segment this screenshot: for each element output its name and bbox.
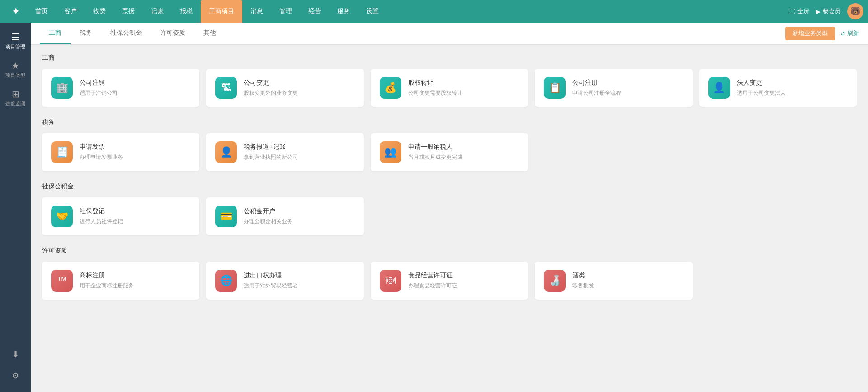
nav-item-经营[interactable]: 经营 xyxy=(300,0,329,23)
card-title: 进出口权办理 xyxy=(244,272,298,280)
sidebar-label: 进度监测 xyxy=(5,100,25,107)
card-icon-法人变更: 👤 xyxy=(708,77,730,99)
card-text-进出口权办理: 进出口权办理 适用于对外贸易经营者 xyxy=(244,272,298,290)
nav-item-消息[interactable]: 消息 xyxy=(242,0,271,23)
card-社保登记[interactable]: 🤝 社保登记 进行人员社保登记 xyxy=(42,197,199,235)
tabs-container: 工商税务社保公积金许可资质其他 xyxy=(40,23,225,44)
add-business-type-button[interactable]: 新增业务类型 xyxy=(785,27,835,40)
card-icon-公司变更: 🏗 xyxy=(215,77,237,99)
card-text-股权转让: 股权转让 公司变更需要股权转让 xyxy=(408,79,462,97)
card-desc: 进行人员社保登记 xyxy=(80,218,123,225)
card-申请一般纳税人[interactable]: 👥 申请一般纳税人 当月或次月成变更完成 xyxy=(371,133,528,171)
card-icon-公司注册: 📋 xyxy=(544,77,566,99)
card-icon-申请发票: 🧾 xyxy=(51,141,73,163)
section-title-工商: 工商 xyxy=(42,54,857,62)
card-desc: 用于企业商标注册服务 xyxy=(80,282,134,290)
card-text-公司注册: 公司注册 申请公司注册全流程 xyxy=(572,79,621,97)
cards-grid-许可资质: ™ 商标注册 用于企业商标注册服务 🌐 进出口权办理 适用于对外贸易经营者 🍽 … xyxy=(42,262,857,300)
card-title: 公积金开户 xyxy=(244,207,292,215)
vip-button[interactable]: ▶ 畅会员 xyxy=(816,7,840,15)
card-icon-进出口权办理: 🌐 xyxy=(215,270,237,292)
nav-item-首页[interactable]: 首页 xyxy=(27,0,56,23)
card-商标注册[interactable]: ™ 商标注册 用于企业商标注册服务 xyxy=(42,262,199,300)
card-酒类[interactable]: 🍶 酒类 零售批发 xyxy=(535,262,692,300)
tab-其他[interactable]: 其他 xyxy=(194,23,225,44)
fullscreen-label: 全屏 xyxy=(797,7,809,15)
card-text-税务报道+记账: 税务报道+记账 拿到营业执照的新公司 xyxy=(244,143,298,161)
card-desc: 零售批发 xyxy=(572,282,594,290)
card-icon-酒类: 🍶 xyxy=(544,270,566,292)
refresh-button[interactable]: ↺ 刷新 xyxy=(840,29,859,38)
sidebar-icon: ☰ xyxy=(11,33,19,42)
card-icon-公积金开户: 💳 xyxy=(215,206,237,227)
card-title: 法人变更 xyxy=(737,79,786,87)
card-进出口权办理[interactable]: 🌐 进出口权办理 适用于对外贸易经营者 xyxy=(206,262,363,300)
tab-bar: 工商税务社保公积金许可资质其他 新增业务类型 ↺ 刷新 xyxy=(31,23,868,45)
section-title-税务: 税务 xyxy=(42,118,857,126)
section-title-许可资质: 许可资质 xyxy=(42,247,857,255)
card-desc: 股权变更外的业务变更 xyxy=(244,89,298,97)
tab-工商[interactable]: 工商 xyxy=(40,23,71,44)
card-公司变更[interactable]: 🏗 公司变更 股权变更外的业务变更 xyxy=(206,69,363,107)
nav-item-收费[interactable]: 收费 xyxy=(85,0,114,23)
card-title: 税务报道+记账 xyxy=(244,143,298,151)
card-text-申请发票: 申请发票 办理申请发票业务 xyxy=(80,143,123,161)
card-股权转让[interactable]: 💰 股权转让 公司变更需要股权转让 xyxy=(371,69,528,107)
sidebar-item-项目类型[interactable]: ★项目类型 xyxy=(0,56,31,84)
fullscreen-button[interactable]: ⛶ 全屏 xyxy=(789,7,809,15)
user-avatar[interactable]: 🐻 xyxy=(847,3,863,19)
vip-label: 畅会员 xyxy=(823,7,840,15)
sidebar-item-进度监测[interactable]: ⊞进度监测 xyxy=(0,84,31,113)
sidebar-icon: ⊞ xyxy=(12,90,19,99)
nav-item-报税[interactable]: 报税 xyxy=(172,0,201,23)
card-desc: 公司变更需要股权转让 xyxy=(408,89,462,97)
nav-item-管理[interactable]: 管理 xyxy=(271,0,300,23)
content-area: 工商税务社保公积金许可资质其他 新增业务类型 ↺ 刷新 工商 🏢 公司注销 适用… xyxy=(31,23,868,392)
tab-税务[interactable]: 税务 xyxy=(71,23,101,44)
nav-item-票据[interactable]: 票据 xyxy=(114,0,143,23)
card-text-公司变更: 公司变更 股权变更外的业务变更 xyxy=(244,79,298,97)
sidebar: ☰项目管理★项目类型⊞进度监测⬇⚙ xyxy=(0,23,31,392)
card-icon-申请一般纳税人: 👥 xyxy=(380,141,401,163)
card-法人变更[interactable]: 👤 法人变更 适用于公司变更法人 xyxy=(699,69,857,107)
nav-item-工商项目[interactable]: 工商项目 xyxy=(201,0,242,23)
card-desc: 办理申请发票业务 xyxy=(80,153,123,161)
card-text-公司注销: 公司注销 适用于注销公司 xyxy=(80,79,118,97)
card-title: 社保登记 xyxy=(80,207,123,215)
card-公积金开户[interactable]: 💳 公积金开户 办理公积金相关业务 xyxy=(206,197,363,235)
card-食品经营许可证[interactable]: 🍽 食品经营许可证 办理食品经营许可证 xyxy=(371,262,528,300)
card-公司注销[interactable]: 🏢 公司注销 适用于注销公司 xyxy=(42,69,199,107)
sidebar-bottom-item-1[interactable]: ⚙ xyxy=(7,366,24,385)
vip-icon: ▶ xyxy=(816,8,821,15)
nav-item-客户[interactable]: 客户 xyxy=(56,0,85,23)
card-title: 股权转让 xyxy=(408,79,462,87)
cards-grid-工商: 🏢 公司注销 适用于注销公司 🏗 公司变更 股权变更外的业务变更 💰 股权转让 … xyxy=(42,69,857,107)
tab-许可资质[interactable]: 许可资质 xyxy=(151,23,194,44)
cards-grid-税务: 🧾 申请发票 办理申请发票业务 👤 税务报道+记账 拿到营业执照的新公司 👥 申… xyxy=(42,133,857,171)
card-title: 食品经营许可证 xyxy=(408,272,457,280)
card-公司注册[interactable]: 📋 公司注册 申请公司注册全流程 xyxy=(535,69,692,107)
card-desc: 当月或次月成变更完成 xyxy=(408,153,462,161)
card-text-商标注册: 商标注册 用于企业商标注册服务 xyxy=(80,272,134,290)
card-desc: 适用于公司变更法人 xyxy=(737,89,786,97)
card-title: 申请发票 xyxy=(80,143,123,151)
refresh-label: 刷新 xyxy=(847,29,859,38)
fullscreen-icon: ⛶ xyxy=(789,8,795,15)
card-icon-税务报道+记账: 👤 xyxy=(215,141,237,163)
card-title: 公司注销 xyxy=(80,79,118,87)
nav-item-服务[interactable]: 服务 xyxy=(329,0,358,23)
sidebar-bottom-item-0[interactable]: ⬇ xyxy=(8,345,24,364)
card-title: 申请一般纳税人 xyxy=(408,143,462,151)
refresh-icon: ↺ xyxy=(840,30,845,37)
card-税务报道+记账[interactable]: 👤 税务报道+记账 拿到营业执照的新公司 xyxy=(206,133,363,171)
nav-item-设置[interactable]: 设置 xyxy=(358,0,387,23)
card-title: 公司变更 xyxy=(244,79,298,87)
card-desc: 拿到营业执照的新公司 xyxy=(244,153,298,161)
card-desc: 办理食品经营许可证 xyxy=(408,282,457,290)
sidebar-item-项目管理[interactable]: ☰项目管理 xyxy=(0,27,31,56)
tab-社保公积金[interactable]: 社保公积金 xyxy=(101,23,151,44)
card-申请发票[interactable]: 🧾 申请发票 办理申请发票业务 xyxy=(42,133,199,171)
card-icon-股权转让: 💰 xyxy=(380,77,401,99)
nav-item-记账[interactable]: 记账 xyxy=(143,0,172,23)
main-layout: ☰项目管理★项目类型⊞进度监测⬇⚙ 工商税务社保公积金许可资质其他 新增业务类型… xyxy=(0,23,868,392)
